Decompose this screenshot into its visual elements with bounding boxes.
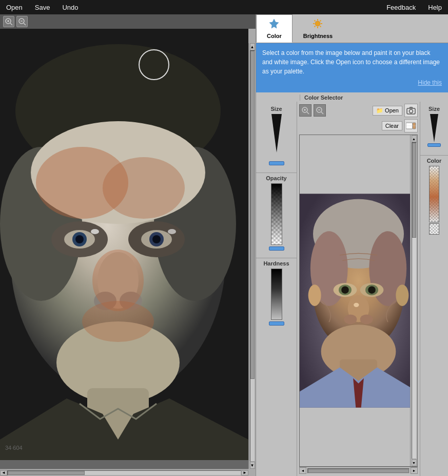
svg-line-39 <box>320 26 321 27</box>
svg-line-38 <box>315 21 316 22</box>
palette-scroll-track[interactable] <box>412 142 417 459</box>
palette-hscroll[interactable]: ◄ ► <box>299 467 418 474</box>
palette-scroll-down[interactable]: ▼ <box>412 459 417 466</box>
opacity-slider-thumb[interactable] <box>269 246 284 251</box>
cs-toolbar: 📁 Open <box>299 104 418 117</box>
palette-face-image <box>300 135 417 466</box>
vscroll-down-arrow[interactable]: ▼ <box>250 462 255 469</box>
right-controls: Size Color <box>420 102 448 476</box>
tab-brightness[interactable]: Brightness <box>293 14 343 43</box>
svg-line-41 <box>315 26 316 27</box>
bw-face-image: 34·604 <box>0 29 248 460</box>
svg-line-53 <box>321 112 323 114</box>
divider-2 <box>256 258 297 258</box>
palette-hscroll-track[interactable] <box>307 468 410 473</box>
rc-color-visual <box>430 166 439 222</box>
menu-undo[interactable]: Undo <box>60 3 80 12</box>
hardness-label: Hardness <box>263 260 289 266</box>
menu-help[interactable]: Help <box>426 3 444 12</box>
size-slider-thumb[interactable] <box>269 161 284 165</box>
palette-vscroll[interactable]: ▲ ▼ <box>410 135 417 466</box>
cs-clear-label: Clear <box>385 123 399 129</box>
canvas-area: 34·604 ▲ ▼ ◄ ► <box>0 14 256 476</box>
vscroll-thumb[interactable] <box>250 51 255 379</box>
canvas-toolbar <box>0 14 256 29</box>
rc-color-bottom <box>429 223 439 235</box>
main-canvas[interactable]: 34·604 <box>0 29 248 469</box>
svg-rect-47 <box>271 184 282 244</box>
color-selector-label: Color Selector <box>300 94 445 101</box>
menu-left: Open Save Undo <box>4 3 384 12</box>
palette-scroll-thumb[interactable] <box>412 143 416 238</box>
cs-open-button[interactable]: 📁 Open <box>373 106 402 116</box>
svg-line-1 <box>10 23 12 25</box>
svg-line-5 <box>24 23 26 25</box>
svg-point-27 <box>103 157 185 219</box>
size-panel-label <box>259 94 300 101</box>
palette-hscroll-thumb[interactable] <box>308 469 409 473</box>
svg-point-31 <box>168 229 176 234</box>
color-tab-label: Color <box>267 33 282 39</box>
sliders-panel: Size Opacity <box>256 102 297 476</box>
brightness-tab-label: Brightness <box>303 33 333 39</box>
canvas-vscroll[interactable]: ▲ ▼ <box>248 43 256 469</box>
cs-zoom-in[interactable] <box>299 104 311 117</box>
palette-hscroll-left[interactable]: ◄ <box>299 467 306 474</box>
menu-feedback[interactable]: Feedback <box>384 3 418 12</box>
vscroll-up-arrow[interactable]: ▲ <box>250 43 255 50</box>
svg-point-72 <box>344 315 357 325</box>
hardness-slider-thumb[interactable] <box>269 321 284 326</box>
svg-point-29 <box>82 301 154 342</box>
palette-hscroll-right[interactable]: ► <box>411 467 418 474</box>
palette-image-container[interactable]: ▲ ▼ <box>299 135 418 467</box>
rc-size-triangle <box>430 114 438 142</box>
zoom-in-button[interactable] <box>3 16 14 27</box>
cs-clear-row: Clear <box>299 119 418 132</box>
canvas-hscroll[interactable]: ◄ ► <box>0 469 248 476</box>
svg-point-76 <box>308 284 321 306</box>
svg-point-56 <box>410 109 413 113</box>
svg-point-30 <box>91 229 99 234</box>
vscroll-track[interactable] <box>250 50 255 462</box>
rc-color-bottom-visual <box>430 224 439 234</box>
svg-line-49 <box>307 112 309 114</box>
color-tab-icon <box>268 18 280 32</box>
zoom-out-button[interactable] <box>16 16 28 27</box>
cs-zoom-out[interactable] <box>314 104 326 117</box>
opacity-track[interactable] <box>271 183 282 245</box>
rc-color-track[interactable] <box>429 166 439 222</box>
rc-size-thumb[interactable] <box>427 143 441 147</box>
cs-open-label: Open <box>385 107 399 113</box>
menu-open[interactable]: Open <box>4 3 25 12</box>
menu-right: Feedback Help <box>384 3 444 12</box>
brush-cursor <box>139 49 169 80</box>
tab-bar: Color Brightness <box>256 14 448 43</box>
svg-rect-84 <box>430 166 439 222</box>
size-label: Size <box>270 106 282 112</box>
right-panel: Color Brightness <box>256 14 448 476</box>
hscroll-thumb[interactable] <box>8 471 85 475</box>
cs-clear-button[interactable]: Clear <box>382 121 402 130</box>
info-text: Select a color from the image below and … <box>262 48 442 76</box>
menu-save[interactable]: Save <box>33 3 52 12</box>
svg-point-69 <box>341 286 349 294</box>
hscroll-left-arrow[interactable]: ◄ <box>0 470 7 475</box>
rc-size-section: Size <box>420 106 448 148</box>
svg-point-78 <box>354 303 359 307</box>
svg-point-70 <box>368 286 376 294</box>
rc-color-section: Color <box>420 158 448 235</box>
hide-this-button[interactable]: Hide this <box>262 78 442 87</box>
opacity-label: Opacity <box>266 175 286 181</box>
cs-camera-button[interactable] <box>404 104 418 117</box>
cs-eraser-button[interactable] <box>404 119 418 132</box>
opacity-section: Opacity <box>256 175 297 252</box>
tab-color[interactable]: Color <box>256 14 293 43</box>
svg-point-73 <box>360 315 373 325</box>
panel-labels-row: Color Selector <box>256 92 448 102</box>
palette-scroll-up[interactable]: ▲ <box>412 135 417 142</box>
hscroll-right-arrow[interactable]: ► <box>241 470 248 475</box>
divider-1 <box>256 173 297 173</box>
hardness-track[interactable] <box>271 269 282 320</box>
hscroll-track[interactable] <box>7 470 241 475</box>
svg-point-77 <box>396 284 408 306</box>
